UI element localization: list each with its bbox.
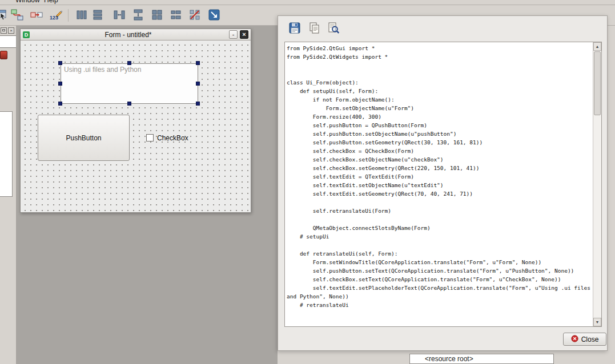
close-button-label: Close — [581, 335, 599, 343]
scrollbar-thumb[interactable] — [594, 51, 601, 115]
form-window-title: Form - untitled* — [30, 31, 227, 39]
toolbar-separator — [68, 9, 69, 22]
pushbutton-label: PushButton — [66, 134, 101, 142]
lay-out-horizontally-in-splitter-icon — [113, 9, 126, 23]
edit-signals-slots-button[interactable] — [9, 7, 25, 23]
checkbox-widget[interactable]: CheckBox — [146, 126, 204, 149]
scrollbar-down-arrow[interactable]: ▼ — [593, 318, 601, 326]
edit-buddies-icon — [30, 9, 43, 23]
lay-out-vertically-in-splitter-button[interactable] — [130, 7, 146, 23]
selection-handle-top-right[interactable] — [196, 61, 200, 65]
textedit-placeholder: Using .ui files and Python — [64, 66, 141, 74]
dock-close-button[interactable]: × — [8, 27, 14, 34]
resource-browser-root-item[interactable]: <resource root> — [409, 354, 554, 364]
form-close-button[interactable]: × — [240, 30, 248, 39]
form-window-titlebar[interactable]: D Form - untitled* - × — [21, 29, 251, 41]
form-canvas[interactable]: Using .ui files and Python PushButton Ch… — [21, 41, 251, 212]
save-code-button[interactable] — [287, 21, 302, 36]
menubar: Window Help — [0, 0, 615, 5]
mdi-area: D Form - untitled* - × Using .ui files a… — [16, 26, 278, 364]
lay-out-vertically-button[interactable] — [90, 7, 106, 23]
lay-out-horizontally-icon — [75, 9, 88, 23]
code-text[interactable]: from PySide2.QtGui import * from PySide2… — [287, 44, 591, 325]
dock-close-icon: × — [10, 28, 13, 33]
form-minimize-button[interactable]: - — [229, 30, 238, 39]
view-code-dialog: from PySide2.QtGui import * from PySide2… — [278, 15, 608, 351]
selection-handle-top-center[interactable] — [127, 61, 131, 65]
code-viewer: from PySide2.QtGui import * from PySide2… — [284, 42, 602, 327]
checkbox-indicator[interactable] — [146, 134, 154, 141]
close-dialog-button[interactable]: Close — [563, 333, 606, 346]
find-code-button[interactable] — [326, 21, 341, 36]
close-icon — [571, 335, 578, 344]
scrollbar-up-arrow[interactable]: ▲ — [593, 42, 601, 51]
edit-tab-order-button[interactable]: 123 — [48, 7, 64, 23]
break-layout-button[interactable] — [187, 7, 203, 23]
checkbox-label: CheckBox — [157, 134, 188, 142]
selection-handle-top-left[interactable] — [58, 61, 62, 65]
selection-handle-bottom-center[interactable] — [127, 102, 131, 106]
copy-code-button[interactable] — [307, 21, 321, 36]
selection-handle-mid-left[interactable] — [58, 82, 62, 86]
edit-widgets-button[interactable] — [0, 7, 10, 23]
selection-handle-mid-right[interactable] — [196, 82, 200, 86]
menu-window[interactable]: Window — [15, 0, 40, 4]
dock-float-button[interactable] — [1, 27, 7, 34]
copy-icon — [308, 22, 320, 36]
break-layout-icon — [188, 9, 201, 23]
edit-signals-slots-icon — [11, 9, 23, 23]
widgetbox-item-icon — [0, 51, 7, 59]
textedit-widget[interactable]: Using .ui files and Python — [61, 63, 198, 104]
edit-buddies-button[interactable] — [29, 7, 45, 23]
lay-out-in-a-grid-icon — [151, 9, 163, 23]
adjust-size-button[interactable] — [206, 7, 222, 23]
lay-out-horizontally-in-splitter-button[interactable] — [111, 7, 127, 23]
selection-handle-bottom-left[interactable] — [58, 102, 62, 106]
form-designer-window: D Form - untitled* - × Using .ui files a… — [20, 29, 251, 213]
lay-out-vertically-icon — [91, 9, 104, 23]
pushbutton-widget[interactable]: PushButton — [38, 115, 130, 161]
find-icon — [327, 22, 340, 36]
lay-out-vertically-in-splitter-icon — [132, 9, 144, 23]
lay-out-horizontally-button[interactable] — [74, 7, 90, 23]
lay-out-in-a-form-layout-icon — [170, 9, 182, 23]
save-icon — [288, 22, 301, 36]
lay-out-in-a-form-layout-button[interactable] — [168, 7, 184, 23]
resource-root-label: <resource root> — [425, 355, 473, 363]
lay-out-in-a-grid-button[interactable] — [149, 7, 165, 23]
widgetbox-list-panel[interactable] — [0, 111, 13, 197]
adjust-size-icon — [208, 9, 220, 23]
code-vertical-scrollbar[interactable]: ▲ ▼ — [593, 42, 601, 326]
menu-help[interactable]: Help — [44, 0, 58, 4]
form-window-icon: D — [23, 31, 30, 38]
edit-widgets-icon — [0, 9, 8, 23]
dock-float-icon — [2, 29, 5, 31]
selection-handle-bottom-right[interactable] — [196, 102, 200, 106]
edit-tab-order-label: 123 — [50, 15, 58, 21]
